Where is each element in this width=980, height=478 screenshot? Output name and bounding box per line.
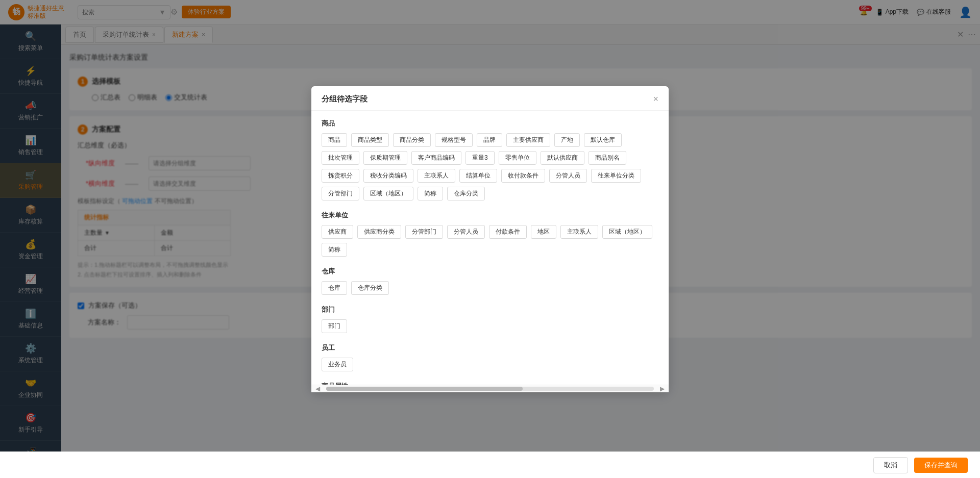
section-partner: 往来单位 供应商 供应商分类 分管部门 分管人员 付款条件 地区 主联系人 区域…: [322, 211, 658, 257]
modal-horizontal-scrollbar[interactable]: ◀ ▶: [311, 385, 669, 392]
tag-warehouse-1[interactable]: 仓库分类: [351, 281, 389, 295]
section-warehouse-title: 仓库: [322, 267, 658, 276]
tag-partner-0[interactable]: 供应商: [322, 225, 353, 239]
tag-product-25[interactable]: 仓库分类: [447, 187, 485, 200]
section-product: 商品 商品 商品类型 商品分类 规格型号 品牌 主要供应商 产地 默认仓库 批次…: [322, 119, 658, 200]
section-employee-title: 员工: [322, 343, 658, 353]
horizontal-scrollbar-thumb: [326, 387, 523, 391]
tag-product-13[interactable]: 默认供应商: [541, 151, 584, 165]
section-warehouse: 仓库 仓库 仓库分类: [322, 267, 658, 295]
section-dept-tags: 部门: [322, 319, 658, 333]
scroll-right-btn[interactable]: ▶: [660, 385, 669, 392]
tag-employee-0[interactable]: 业务员: [322, 358, 353, 371]
tag-partner-4[interactable]: 付款条件: [489, 225, 527, 239]
section-product-tags: 商品 商品类型 商品分类 规格型号 品牌 主要供应商 产地 默认仓库 批次管理 …: [322, 133, 658, 200]
tag-product-19[interactable]: 收付款条件: [501, 169, 545, 183]
tag-product-2[interactable]: 商品分类: [393, 133, 431, 147]
tag-partner-3[interactable]: 分管人员: [447, 225, 485, 239]
tag-product-3[interactable]: 规格型号: [435, 133, 473, 147]
modal-title: 分组待选字段: [322, 94, 368, 104]
tag-product-1[interactable]: 商品类型: [351, 133, 389, 147]
tag-partner-2[interactable]: 分管部门: [405, 225, 443, 239]
section-partner-title: 往来单位: [322, 211, 658, 220]
modal-header: 分组待选字段 ×: [311, 86, 669, 111]
tag-product-9[interactable]: 保质期管理: [363, 151, 407, 165]
tag-product-5[interactable]: 主要供应商: [506, 133, 550, 147]
tag-product-20[interactable]: 分管人员: [549, 169, 587, 183]
modal-close-btn[interactable]: ×: [653, 94, 658, 104]
tag-partner-5[interactable]: 地区: [531, 225, 556, 239]
tag-product-17[interactable]: 主联系人: [418, 169, 455, 183]
tag-product-7[interactable]: 默认仓库: [584, 133, 622, 147]
tag-dept-0[interactable]: 部门: [322, 319, 347, 333]
section-employee-tags: 业务员: [322, 358, 658, 371]
save-query-button[interactable]: 保存并查询: [914, 458, 968, 473]
cancel-button[interactable]: 取消: [873, 457, 908, 473]
section-product-title: 商品: [322, 119, 658, 128]
tag-product-12[interactable]: 零售单位: [499, 151, 536, 165]
tag-partner-7[interactable]: 区域（地区）: [602, 225, 652, 239]
tag-product-8[interactable]: 批次管理: [322, 151, 359, 165]
tag-product-14[interactable]: 商品别名: [589, 151, 626, 165]
modal-body[interactable]: 商品 商品 商品类型 商品分类 规格型号 品牌 主要供应商 产地 默认仓库 批次…: [311, 111, 669, 385]
tag-product-4[interactable]: 品牌: [477, 133, 502, 147]
field-select-modal: 分组待选字段 × 商品 商品 商品类型 商品分类 规格型号 品牌 主要供应商 产…: [311, 86, 669, 392]
tag-product-15[interactable]: 拣货积分: [322, 169, 359, 183]
section-partner-tags: 供应商 供应商分类 分管部门 分管人员 付款条件 地区 主联系人 区域（地区） …: [322, 225, 658, 257]
tag-product-24[interactable]: 简称: [418, 187, 443, 200]
tag-product-16[interactable]: 税收分类编码: [363, 169, 413, 183]
horizontal-scrollbar-track[interactable]: [326, 387, 654, 391]
section-dept-title: 部门: [322, 305, 658, 314]
section-employee: 员工 业务员: [322, 343, 658, 371]
tag-partner-1[interactable]: 供应商分类: [357, 225, 401, 239]
section-dept: 部门 部门: [322, 305, 658, 333]
tag-product-11[interactable]: 重量3: [465, 151, 495, 165]
section-warehouse-tags: 仓库 仓库分类: [322, 281, 658, 295]
tag-product-10[interactable]: 客户商品编码: [411, 151, 461, 165]
tag-product-21[interactable]: 往来单位分类: [591, 169, 641, 183]
tag-product-23[interactable]: 区域（地区）: [363, 187, 413, 200]
modal-overlay: 分组待选字段 × 商品 商品 商品类型 商品分类 规格型号 品牌 主要供应商 产…: [0, 0, 980, 478]
tag-product-6[interactable]: 产地: [554, 133, 580, 147]
tag-product-22[interactable]: 分管部门: [322, 187, 359, 200]
scroll-left-btn[interactable]: ◀: [311, 385, 320, 392]
bottom-action-bar: 取消 保存并查询: [0, 451, 980, 478]
tag-partner-6[interactable]: 主联系人: [560, 225, 598, 239]
tag-warehouse-0[interactable]: 仓库: [322, 281, 347, 295]
tag-partner-8[interactable]: 简称: [322, 243, 347, 257]
tag-product-18[interactable]: 结算单位: [459, 169, 497, 183]
tag-product-0[interactable]: 商品: [322, 133, 347, 147]
